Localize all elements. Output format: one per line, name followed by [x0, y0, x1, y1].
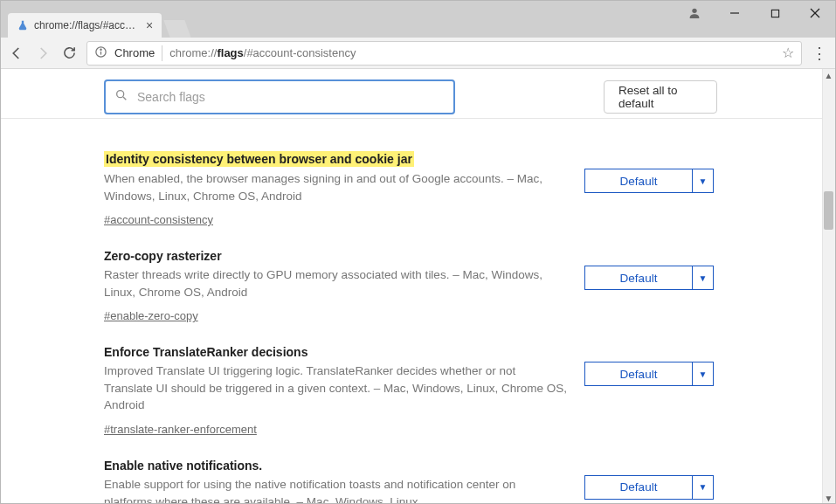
search-flags-input[interactable]: Search flags [104, 79, 455, 114]
minimize-button[interactable] [715, 1, 755, 25]
flag-select-value: Default [585, 272, 692, 285]
window-controls [674, 1, 835, 25]
flag-row: Enforce TranslateRanker decisions Improv… [104, 323, 717, 437]
flag-anchor-link[interactable]: #translate-ranker-enforcement [104, 423, 257, 436]
flag-select[interactable]: Default ▼ [584, 475, 714, 500]
flag-control: Default ▼ [584, 344, 717, 437]
flag-select-value: Default [585, 480, 692, 494]
flag-text: Zero-copy rasterizer Raster threads writ… [104, 248, 567, 323]
flag-control: Default ▼ [584, 248, 717, 323]
reload-button[interactable] [60, 45, 78, 62]
close-tab-icon[interactable]: × [146, 18, 153, 32]
toolbar: Chrome chrome://flags/#account-consisten… [1, 38, 835, 69]
forward-button[interactable] [34, 45, 52, 62]
reset-all-button[interactable]: Reset all to default [604, 80, 717, 114]
origin-label: Chrome [114, 46, 155, 59]
scroll-up-icon[interactable]: ▲ [822, 69, 835, 82]
flag-anchor-link[interactable]: #account-consistency [104, 213, 213, 226]
url-text: chrome://flags/#account-consistency [169, 46, 356, 59]
flag-select[interactable]: Default ▼ [584, 169, 714, 193]
flag-select[interactable]: Default ▼ [584, 362, 714, 386]
flag-select[interactable]: Default ▼ [584, 266, 714, 290]
scroll-down-icon[interactable]: ▼ [822, 492, 835, 504]
scrollbar[interactable]: ▲ ▼ [822, 69, 835, 504]
separator [162, 45, 162, 61]
flag-anchor-link[interactable]: #enable-zero-copy [104, 309, 198, 322]
flag-text: Enable native notifications. Enable supp… [104, 458, 567, 504]
scrollbar-thumb[interactable] [824, 191, 833, 230]
search-icon [114, 88, 128, 106]
content-area: Search flags Reset all to default Identi… [1, 69, 835, 504]
flag-text: Identity consistency between browser and… [104, 151, 567, 227]
browser-tab[interactable]: chrome://flags/#account- × [8, 13, 162, 38]
bookmark-star-icon[interactable]: ☆ [782, 45, 794, 61]
info-icon[interactable] [94, 45, 107, 61]
chevron-down-icon: ▼ [692, 169, 713, 192]
flag-text: Enforce TranslateRanker decisions Improv… [104, 344, 567, 437]
flag-control: Default ▼ [584, 151, 717, 227]
flag-description: Enable support for using the native noti… [104, 476, 567, 504]
svg-point-0 [692, 9, 696, 13]
page-content: Search flags Reset all to default Identi… [1, 69, 835, 504]
flag-description: Raster threads write directly to GPU mem… [104, 266, 567, 300]
menu-button[interactable]: ⋮ [811, 45, 828, 61]
svg-point-7 [100, 49, 101, 50]
flag-control: Default ▼ [584, 458, 717, 504]
close-window-button[interactable] [795, 1, 835, 25]
chevron-down-icon: ▼ [692, 266, 713, 289]
user-avatar-icon[interactable] [674, 1, 715, 25]
svg-point-8 [117, 91, 124, 98]
tab-title: chrome://flags/#account- [34, 19, 139, 31]
flag-description: When enabled, the browser manages signin… [104, 170, 567, 204]
chevron-down-icon: ▼ [692, 476, 713, 499]
browser-window: chrome://flags/#account- × Chrome chrome… [0, 0, 836, 504]
flag-title: Enable native notifications. [104, 459, 262, 473]
svg-line-9 [123, 97, 126, 100]
flag-select-value: Default [585, 368, 692, 381]
svg-rect-2 [771, 10, 778, 17]
flag-row: Enable native notifications. Enable supp… [104, 437, 717, 504]
maximize-button[interactable] [755, 1, 795, 25]
flag-title: Zero-copy rasterizer [104, 249, 222, 263]
address-bar[interactable]: Chrome chrome://flags/#account-consisten… [86, 41, 802, 66]
flag-title: Identity consistency between browser and… [104, 151, 414, 167]
flask-icon [17, 19, 29, 31]
flag-title: Enforce TranslateRanker decisions [104, 345, 307, 359]
divider [1, 118, 822, 119]
search-placeholder: Search flags [137, 90, 205, 104]
chevron-down-icon: ▼ [692, 362, 713, 385]
flag-row: Identity consistency between browser and… [104, 130, 717, 227]
flag-description: Improved Translate UI triggering logic. … [104, 362, 567, 414]
flag-row: Zero-copy rasterizer Raster threads writ… [104, 227, 717, 323]
back-button[interactable] [8, 45, 25, 62]
flag-select-value: Default [585, 175, 692, 188]
new-tab-button[interactable] [164, 20, 191, 38]
